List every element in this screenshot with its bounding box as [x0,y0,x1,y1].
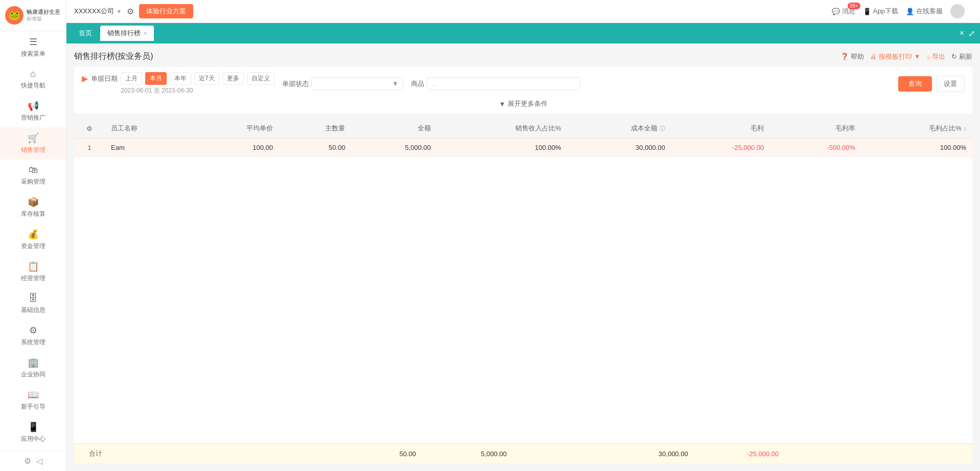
cell-sales-pct: 100.00% [437,139,567,157]
online-service-button[interactable]: 👤 在线客服 [906,7,943,16]
help-icon: ❓ [840,53,849,60]
tabbar-right: × ⤢ [960,29,975,38]
date-btn-more[interactable]: 更多 [222,72,244,85]
sidebar-label-operation: 经营管理 [21,274,45,283]
date-btn-7-days[interactable]: 近7天 [194,72,219,85]
help-button[interactable]: ❓ 帮助 [840,52,864,61]
expand-down-icon: ▼ [499,100,506,108]
footer-gross-profit: -25,000.00 [694,450,785,458]
refresh-button[interactable]: ↻ 刷新 [951,52,972,61]
sidebar-item-guide[interactable]: 📖 新手引导 [0,384,66,416]
footer-gross-pct [876,450,966,458]
date-btn-current-month[interactable]: 本月 [145,72,167,85]
app-download-icon: 📱 [863,8,871,15]
settings-button[interactable]: 设置 [936,76,965,92]
table-row: 1 Eam 100.00 50.00 5,000.00 100.00% 30,0… [74,139,972,157]
status-select[interactable]: ▼ [311,77,403,90]
col-header-gross-rate: 毛利率 [770,119,861,139]
sidebar-item-inventory[interactable]: 📦 库存核算 [0,191,66,223]
data-table: ⚙ 员工名称 平均单价 主数量 全额 销售收入占比% 成本全额 ⓘ 毛利 毛利率… [74,119,972,157]
company-selector[interactable]: XXXXXX公司 ▼ [74,7,122,16]
status-filter-label: 单据状态 [282,79,309,88]
cell-name: Eam [105,139,192,157]
goods-input[interactable]: ... [427,77,580,90]
avatar[interactable] [950,4,965,18]
logo-text-area: 畅康通好生意 标准版 [27,8,60,23]
sidebar-label-enterprise: 企业协同 [21,370,45,379]
finance-icon: 💰 [28,229,39,240]
print-button[interactable]: 🖨 按模板打印 ▼ [870,52,921,61]
table-scroll[interactable]: ⚙ 员工名称 平均单价 主数量 全额 销售收入占比% 成本全额 ⓘ 毛利 毛利率… [74,119,972,443]
sidebar-item-enterprise[interactable]: 🏢 企业协同 [0,352,66,384]
print-dropdown-icon: ▼ [914,53,921,60]
logo-emoji: 🐸 [9,10,20,21]
date-filter-group: ▶ 单据日期 上月 本月 本年 近7天 更多 自定义 2023-06-01 至 … [82,72,275,95]
export-button[interactable]: ↓ 导出 [927,52,946,61]
sidebar-item-purchase[interactable]: 🛍 采购管理 [0,160,66,191]
sidebar-item-basic-info[interactable]: 🗄 基础信息 [0,288,66,320]
tab-minimize-icon[interactable]: × [960,29,964,38]
tab-maximize-icon[interactable]: ⤢ [968,29,975,38]
content-area: 销售排行榜(按业务员) ❓ 帮助 🖨 按模板打印 ▼ ↓ 导出 ↻ 刷新 [66,43,980,471]
col-header-name: 员工名称 [105,119,192,139]
message-icon: 💬 [832,8,840,15]
tab-home[interactable]: 首页 [72,26,99,41]
sidebar-item-sales[interactable]: 🛒 销售管理 [0,127,66,160]
date-btn-last-month[interactable]: 上月 [121,72,142,85]
date-buttons-row: 单据日期 上月 本月 本年 近7天 更多 自定义 [91,72,275,85]
table-footer: 合计 50.00 5,000.00 30,000.00 -25,000.00 [74,443,972,463]
company-dropdown-icon: ▼ [117,9,122,14]
quick-nav-icon: ⌂ [30,69,36,79]
tab-close-icon[interactable]: × [144,30,147,36]
export-label: 导出 [932,52,945,61]
expand-more-button[interactable]: ▼ 展开更多条件 [499,99,548,108]
guide-icon: 📖 [28,389,39,400]
tab-sales-ranking[interactable]: 销售排行榜 × [100,26,154,41]
refresh-icon: ↻ [951,53,957,60]
logo-sub: 标准版 [27,15,60,23]
refresh-label: 刷新 [959,52,972,61]
search-order-icon: ☰ [29,36,37,48]
sidebar-item-search-order[interactable]: ☰ 搜索菜单 [0,31,66,63]
logo-area: 🐸 畅康通好生意 标准版 [0,0,66,31]
print-icon: 🖨 [870,53,877,60]
status-chevron-icon: ▼ [392,80,399,87]
sidebar-item-quick-nav[interactable]: ⌂ 快捷导航 [0,63,66,95]
page-actions: ❓ 帮助 🖨 按模板打印 ▼ ↓ 导出 ↻ 刷新 [840,52,972,61]
footer-gross-rate [785,450,875,458]
sidebar-item-operation[interactable]: 📋 经营管理 [0,256,66,288]
collapse-sidebar-icon[interactable]: ◁ [36,456,42,466]
topbar: XXXXXX公司 ▼ ⚙ 体验行业方案 💬 消息 99+ 📱 App下载 👤 在… [66,0,980,23]
sidebar-label-app-center: 应用中心 [21,435,45,443]
logo-icon: 🐸 [5,6,24,25]
date-filter-content: 单据日期 上月 本月 本年 近7天 更多 自定义 2023-06-01 至 20… [91,72,275,95]
basic-info-icon: 🗄 [29,293,38,304]
message-button[interactable]: 💬 消息 99+ [832,7,855,16]
experience-button[interactable]: 体验行业方案 [139,4,193,18]
sidebar-item-marketing[interactable]: 📢 营销推广 [0,95,66,127]
sidebar-item-system[interactable]: ⚙ 系统管理 [0,320,66,352]
expand-filter-icon[interactable]: ▶ [82,74,88,83]
footer-cost-amount: 30,000.00 [604,450,694,458]
page-title: 销售排行榜(按业务员) [74,51,153,62]
sidebar-item-app-center[interactable]: 📱 应用中心 [0,416,66,448]
cell-main-qty: 50.00 [279,139,351,157]
app-download-button[interactable]: 📱 App下载 [863,7,898,16]
query-button[interactable]: 查询 [898,76,932,92]
sidebar-item-finance[interactable]: 💰 资金管理 [0,223,66,256]
topbar-settings-icon[interactable]: ⚙ [127,7,134,16]
footer-label: 合计 [80,449,111,458]
main-area: XXXXXX公司 ▼ ⚙ 体验行业方案 💬 消息 99+ 📱 App下载 👤 在… [66,0,980,471]
date-range-text: 2023-06-01 至 2023-06-30 [91,85,275,95]
operation-icon: 📋 [28,261,39,272]
sidebar-label-basic-info: 基础信息 [21,306,45,315]
date-btn-custom[interactable]: 自定义 [247,72,275,85]
settings-footer-icon[interactable]: ⚙ [24,456,31,466]
filter-row-1: ▶ 单据日期 上月 本月 本年 近7天 更多 自定义 2023-06-01 至 … [82,72,965,95]
table-body: 1 Eam 100.00 50.00 5,000.00 100.00% 30,0… [74,139,972,157]
goods-placeholder: ... [431,80,437,87]
footer-amount: 5,000.00 [422,450,513,458]
company-name: XXXXXX公司 [74,7,114,16]
expand-arrow-area: ▶ [82,72,88,83]
date-btn-this-year[interactable]: 本年 [170,72,191,85]
